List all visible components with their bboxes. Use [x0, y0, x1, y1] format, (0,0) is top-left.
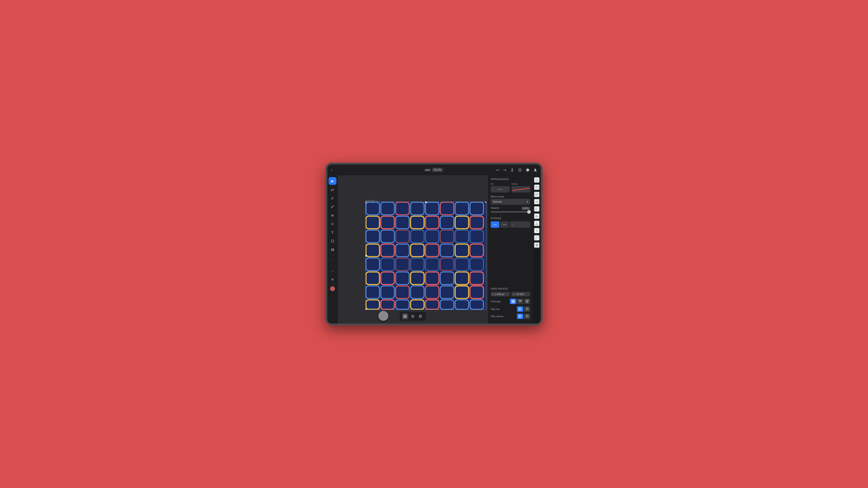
svg-rect-96: [513, 302, 515, 303]
back-button[interactable]: ‹: [330, 167, 333, 173]
path-panel-icon-btn[interactable]: [534, 235, 540, 241]
blend-mode-select[interactable]: Normal ▾: [491, 199, 530, 205]
zoom-level[interactable]: 39.3%: [432, 168, 443, 172]
svg-rect-71: [381, 300, 395, 309]
bottom-grid-btn[interactable]: [402, 313, 408, 320]
svg-rect-74: [426, 300, 439, 309]
opacity-slider-thumb[interactable]: [527, 210, 531, 214]
align-tool[interactable]: [329, 275, 336, 283]
undo-button[interactable]: ↩: [495, 167, 500, 173]
minus-tool[interactable]: −: [329, 267, 336, 275]
toolbar-separator-2: [330, 265, 335, 266]
svg-rect-15: [381, 202, 395, 215]
svg-point-9: [333, 249, 333, 250]
transform-icon-btn[interactable]: [534, 199, 540, 205]
svg-rect-75: [440, 300, 454, 309]
svg-rect-42: [426, 244, 439, 257]
select-tool[interactable]: ▶: [329, 177, 336, 185]
svg-rect-44: [455, 244, 469, 257]
stroke-width-input[interactable]: [510, 221, 530, 228]
opacity-label: Opacity: [491, 206, 499, 209]
bottom-layers-btn[interactable]: [417, 313, 424, 320]
align-panel-icon-btn[interactable]: [534, 213, 540, 219]
settings-button[interactable]: [525, 168, 530, 172]
pencil-tool[interactable]: [329, 203, 336, 210]
right-panel: APPEARANCE Fill Stroke: [488, 175, 533, 324]
grid-type-square[interactable]: [510, 299, 516, 304]
svg-rect-49: [410, 258, 424, 271]
svg-rect-104: [520, 308, 522, 310]
stroke-solid-btn[interactable]: [491, 221, 499, 228]
opacity-slider-track[interactable]: [491, 212, 530, 213]
node-tool[interactable]: [329, 186, 336, 193]
svg-rect-33: [410, 230, 424, 242]
svg-rect-120: [535, 202, 537, 203]
grid-height-input[interactable]: ⊟ -10.693...: [511, 292, 530, 296]
fill-preview[interactable]: [491, 186, 510, 193]
blend-mode-label: Blend mode: [491, 195, 530, 198]
flip-column-horizontal[interactable]: [517, 314, 523, 319]
svg-rect-53: [470, 258, 484, 271]
canvas-area[interactable]: Artboard 1: [338, 175, 488, 324]
crop-tool[interactable]: [329, 237, 336, 245]
svg-rect-68: [455, 286, 469, 298]
scissors-icon-btn[interactable]: [534, 206, 540, 212]
stroke-dashed-btn[interactable]: [500, 221, 509, 228]
svg-rect-22: [366, 216, 379, 229]
color-picker[interactable]: [330, 286, 335, 291]
stroke-color-line: [513, 188, 529, 191]
flip-row-vertical[interactable]: [524, 306, 530, 312]
image-panel-icon-btn[interactable]: [534, 192, 540, 197]
svg-rect-58: [426, 272, 439, 285]
text-tool[interactable]: T: [329, 229, 336, 236]
float-action-button[interactable]: [378, 311, 388, 321]
user-button[interactable]: [532, 168, 538, 172]
ellipse-tool[interactable]: [329, 220, 336, 228]
image-tool[interactable]: [329, 246, 336, 254]
flip-column-label: Flip column: [491, 315, 503, 318]
expand-btn[interactable]: ···: [329, 256, 336, 264]
artboard[interactable]: [365, 201, 487, 310]
grid-type-hex[interactable]: [517, 299, 523, 304]
properties-icon-btn[interactable]: [534, 184, 540, 190]
left-toolbar: ▶ T: [327, 175, 338, 324]
help-button[interactable]: ?: [517, 168, 523, 172]
grid-width-input[interactable]: ⊞ 1.546 px: [491, 292, 510, 296]
svg-rect-95: [512, 302, 513, 303]
opacity-value[interactable]: 100%: [521, 206, 530, 210]
svg-rect-102: [526, 302, 528, 303]
text-panel-icon-btn[interactable]: A: [534, 228, 540, 234]
share-button[interactable]: [509, 168, 515, 172]
eraser-tool[interactable]: [329, 212, 336, 219]
svg-rect-73: [410, 300, 424, 309]
redo-button[interactable]: ↪: [502, 167, 507, 173]
svg-rect-21: [470, 202, 484, 215]
layers-icon-btn[interactable]: [534, 177, 540, 183]
svg-rect-100: [526, 300, 527, 301]
artboard-label: Artboard 1: [365, 199, 377, 202]
fill-box: Fill: [491, 183, 510, 193]
svg-rect-19: [440, 202, 454, 215]
svg-rect-43: [440, 244, 454, 257]
appearance-title: APPEARANCE: [491, 178, 530, 181]
grid-type-brick[interactable]: [524, 299, 530, 304]
top-bar: ‹ obd 39.3% ↩ ↪ ?: [327, 164, 541, 175]
flip-row-horizontal[interactable]: [517, 306, 523, 312]
flip-column-vertical[interactable]: [524, 314, 530, 319]
grid-width-icon: ⊞: [492, 293, 494, 295]
svg-rect-59: [440, 272, 454, 285]
bottom-list-btn[interactable]: [410, 313, 416, 320]
divider-2: [491, 230, 530, 231]
svg-rect-85: [405, 315, 407, 316]
svg-rect-72: [396, 300, 409, 309]
toolbar-separator-3: [330, 285, 335, 285]
pen-tool[interactable]: [329, 194, 336, 202]
svg-point-4: [331, 191, 332, 191]
stroke-label: Stroke: [512, 183, 530, 185]
blend-mode-row: Blend mode Normal ▾: [491, 195, 530, 205]
svg-rect-99: [520, 300, 522, 301]
stroke-preview[interactable]: [512, 186, 530, 193]
gear-panel-icon-btn[interactable]: [534, 242, 540, 248]
export-panel-icon-btn[interactable]: [534, 221, 540, 226]
tablet-frame: ‹ obd 39.3% ↩ ↪ ? ▶: [326, 163, 542, 325]
